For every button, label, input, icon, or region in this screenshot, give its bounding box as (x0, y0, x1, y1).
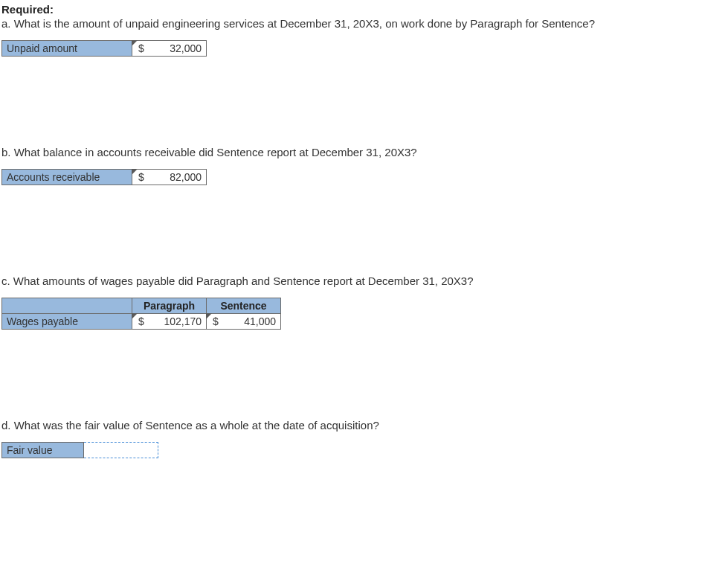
value-unpaid-amount[interactable]: $ 32,000 (132, 41, 207, 57)
tick-icon (206, 313, 212, 319)
value-accounts-receivable[interactable]: $ 82,000 (132, 170, 207, 185)
tick-icon (132, 40, 138, 46)
label-fair-value: Fair value (2, 443, 84, 458)
label-accounts-receivable: Accounts receivable (2, 170, 132, 185)
section-c: c. What amounts of wages payable did Par… (1, 275, 728, 330)
amount-value: 102,170 (164, 315, 203, 327)
empty-header-cell (2, 298, 132, 314)
section-a: a. What is the amount of unpaid engineer… (1, 17, 728, 57)
question-b: b. What balance in accounts receivable d… (1, 146, 728, 158)
question-c: c. What amounts of wages payable did Par… (1, 275, 728, 287)
label-wages-payable: Wages payable (2, 314, 132, 330)
header-paragraph: Paragraph (132, 298, 207, 314)
section-d: d. What was the fair value of Sentence a… (1, 419, 728, 458)
value-paragraph[interactable]: $ 102,170 (132, 314, 207, 330)
tick-icon (132, 313, 138, 319)
table-d: Fair value (1, 442, 158, 458)
amount-value: 32,000 (170, 42, 203, 54)
amount-value: 41,000 (244, 315, 277, 327)
value-fair-value[interactable] (84, 443, 158, 458)
amount-value: 82,000 (170, 171, 203, 183)
table-b: Accounts receivable $ 82,000 (1, 169, 207, 185)
value-sentence[interactable]: $ 41,000 (207, 314, 281, 330)
table-a: Unpaid amount $ 32,000 (1, 40, 207, 57)
question-a: a. What is the amount of unpaid engineer… (1, 17, 728, 30)
tick-icon (132, 169, 138, 175)
section-b: b. What balance in accounts receivable d… (1, 146, 728, 185)
label-unpaid-amount: Unpaid amount (2, 41, 132, 57)
table-c: Paragraph Sentence Wages payable $ 102,1… (1, 298, 281, 330)
required-heading: Required: (1, 3, 728, 16)
header-sentence: Sentence (207, 298, 281, 314)
question-d: d. What was the fair value of Sentence a… (1, 419, 728, 432)
